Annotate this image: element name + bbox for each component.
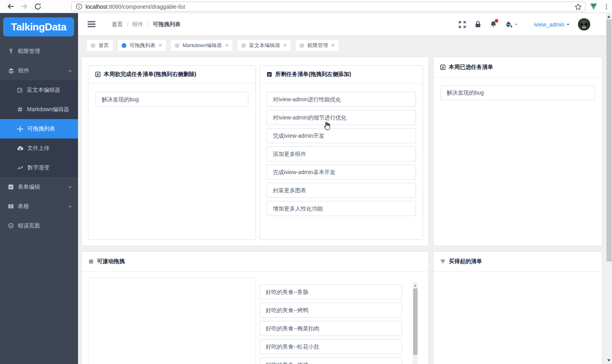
fullscreen-icon xyxy=(458,21,466,28)
weekly-todo-card: 本周欲完成任务清单(拖拽到右侧删除) 解决发现的bug xyxy=(88,65,256,240)
list-box-icon xyxy=(95,72,101,77)
tab-close-button[interactable] xyxy=(331,44,335,47)
collapse-menu-button[interactable] xyxy=(86,19,97,29)
breadcrumb-home[interactable]: 首页 xyxy=(112,21,123,28)
header-actions: iview_admin xyxy=(458,13,590,36)
paint-bucket-icon xyxy=(505,21,513,28)
sidebar-item-draggable-list[interactable]: 可拖拽列表 xyxy=(0,119,78,138)
bookmark-star-button[interactable] xyxy=(574,3,582,12)
browser-back-button[interactable] xyxy=(4,1,17,12)
draggable-item[interactable]: 好吃的美食--松花小肚 xyxy=(259,339,402,354)
trending-up-icon xyxy=(17,165,23,171)
vue-devtools-icon[interactable] xyxy=(589,3,598,10)
tab-rich-text-editor[interactable]: 富文本编辑器 xyxy=(237,40,291,51)
breadcrumb-group[interactable]: 组件 xyxy=(132,21,143,28)
sidebar-item-label: 权限管理 xyxy=(18,48,72,55)
page-tabs-bar: 首页 可拖拽列表 Markdown编辑器 富文本编辑器 权限管理 xyxy=(78,36,606,55)
fullscreen-button[interactable] xyxy=(458,21,466,28)
draggable-item[interactable]: 完成iview-admin基本开发 xyxy=(267,165,416,180)
tab-markdown-editor[interactable]: Markdown编辑器 xyxy=(170,40,233,51)
sidebar-menu: 权限管理 组件 富文本编辑器 Markdown编辑器 可拖拽列表 xyxy=(0,42,78,235)
scroll-up-arrow[interactable] xyxy=(414,284,416,286)
tab-close-button[interactable] xyxy=(225,44,229,47)
sidebar-item-file-upload[interactable]: 文件上传 xyxy=(0,138,78,158)
draggable-item[interactable]: 对iview-admin的细节进行优化 xyxy=(267,110,416,125)
tab-draggable-list[interactable]: 可拖拽列表 xyxy=(117,40,166,51)
inner-scrollbar[interactable] xyxy=(413,282,418,364)
sidebar-item-components[interactable]: 组件 xyxy=(0,61,78,80)
sidebar-item-auth[interactable]: 权限管理 xyxy=(0,42,78,61)
sidebar-item-label: 表格 xyxy=(18,203,68,210)
sidebar-item-label: 富文本编辑器 xyxy=(27,87,72,94)
draggable-item[interactable]: 好吃的美食--梅菜扣肉 xyxy=(259,321,402,336)
key-icon xyxy=(8,48,14,54)
user-avatar[interactable] xyxy=(578,18,590,30)
browser-reload-button[interactable] xyxy=(31,1,44,12)
remaining-tasks-header: 所剩任务清单(拖拽到左侧添加) xyxy=(260,66,423,83)
selected-tasks-list: 解决发现的bug xyxy=(433,78,602,108)
browser-toolbar: localhost:8080/component/draggable-list xyxy=(0,0,612,13)
sidebar-item-count-to[interactable]: 数字渐变 xyxy=(0,158,78,177)
remaining-tasks-card: 所剩任务清单(拖拽到左侧添加) 对iview-admin进行性能优化对iview… xyxy=(259,65,423,240)
notifications-button[interactable] xyxy=(490,21,497,28)
sidebar-item-table[interactable]: 表格 xyxy=(0,197,78,216)
draggable-item[interactable]: 好吃的美食--香肠 xyxy=(259,284,402,300)
username-text: iview_admin xyxy=(534,21,564,28)
sidebar-item-error-page[interactable]: 错误页面 xyxy=(0,216,78,235)
scroll-up-arrow[interactable] xyxy=(607,15,610,18)
affordable-list-card: 买得起的清单 xyxy=(433,251,602,364)
draggable-item[interactable]: 对iview-admin进行性能优化 xyxy=(267,92,416,107)
page-info-icon[interactable] xyxy=(76,3,82,10)
tab-dot-icon xyxy=(91,43,95,48)
weekly-todo-list: 解决发现的bug xyxy=(88,83,255,115)
tab-dot-icon xyxy=(241,43,246,48)
browser-forward-button[interactable] xyxy=(17,1,31,12)
draggable-item[interactable]: 完成iview-admin开发 xyxy=(267,128,416,143)
star-icon xyxy=(574,3,582,11)
tab-home[interactable]: 首页 xyxy=(86,40,113,51)
tab-close-button[interactable] xyxy=(158,44,162,47)
drop-zone-empty[interactable] xyxy=(88,278,256,364)
list-box-icon xyxy=(440,64,446,70)
list-box-filled-icon xyxy=(267,72,272,77)
back-arrow-icon xyxy=(7,2,15,10)
draggable-item[interactable]: 添加更多组件 xyxy=(267,146,416,161)
sidebar-item-markdown-editor[interactable]: Markdown编辑器 xyxy=(0,100,78,119)
app-logo[interactable]: TalkingData xyxy=(3,17,74,36)
draggable-item[interactable]: 解决发现的bug xyxy=(440,85,595,100)
browser-menu-icon[interactable] xyxy=(603,3,610,10)
affordable-list-header: 买得起的清单 xyxy=(433,252,602,272)
card-title: 本周欲完成任务清单(拖拽到右侧删除) xyxy=(104,71,196,78)
scrollbar-thumb[interactable] xyxy=(413,288,418,355)
theme-switch-button[interactable] xyxy=(505,21,518,28)
food-list: 好吃的美食--香肠好吃的美食--烤鸭好吃的美食--梅菜扣肉好吃的美食--松花小肚… xyxy=(259,282,402,364)
user-dropdown[interactable]: iview_admin xyxy=(534,21,570,28)
selected-tasks-card: 本周已选任务清单 解决发现的bug xyxy=(433,57,602,246)
address-bar[interactable]: localhost:8080/component/draggable-list xyxy=(71,2,585,11)
draggable-item[interactable]: 增加更多人性化功能 xyxy=(267,201,416,216)
weekly-todo-header: 本周欲完成任务清单(拖拽到右侧删除) xyxy=(88,66,255,83)
sidebar-item-rich-text-editor[interactable]: 富文本编辑器 xyxy=(0,80,78,100)
draggable-item[interactable]: 封装更多图表 xyxy=(267,183,416,198)
table-icon xyxy=(8,203,14,209)
tab-auth-manage[interactable]: 权限管理 xyxy=(295,40,339,51)
page-scrollbar[interactable] xyxy=(606,13,612,364)
tab-close-button[interactable] xyxy=(283,44,287,47)
browser-extensions-area xyxy=(589,0,610,13)
scrollbar-thumb[interactable] xyxy=(606,19,612,262)
move-icon xyxy=(17,126,23,132)
reload-icon xyxy=(34,3,42,10)
scroll-down-arrow[interactable] xyxy=(607,359,610,362)
close-icon xyxy=(283,44,287,47)
draggable-item[interactable]: 好吃的美食--烧鸡 xyxy=(259,357,402,364)
chevron-down-icon xyxy=(68,204,72,209)
card-title: 本周已选任务清单 xyxy=(449,64,493,71)
affordable-drop-zone[interactable] xyxy=(433,272,602,364)
lock-screen-button[interactable] xyxy=(474,21,482,28)
sidebar-item-label: 表单编辑 xyxy=(18,184,68,191)
sidebar-item-form-edit[interactable]: 表单编辑 xyxy=(0,177,78,197)
draggable-item[interactable]: 好吃的美食--烤鸭 xyxy=(259,303,402,318)
food-scroll-area[interactable]: 好吃的美食--香肠好吃的美食--烤鸭好吃的美食--梅菜扣肉好吃的美食--松花小肚… xyxy=(259,282,419,364)
draggable-item[interactable]: 解决发现的bug xyxy=(95,92,248,107)
chevron-down-icon xyxy=(68,185,72,190)
